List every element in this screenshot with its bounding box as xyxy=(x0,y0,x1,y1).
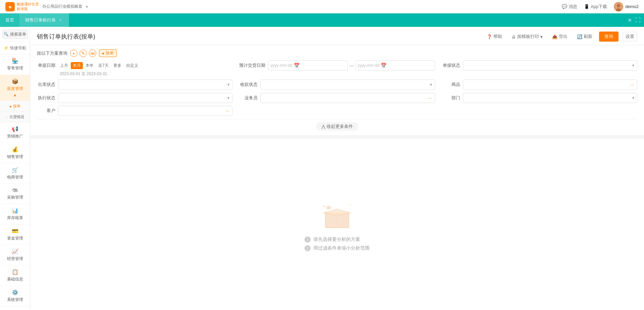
product-more-icon[interactable]: ··· xyxy=(630,82,634,87)
export-btn[interactable]: 📤 导出 xyxy=(549,32,570,41)
sidebar-item-finance[interactable]: 💳 资金管理 xyxy=(0,224,30,245)
filter-grid: 单据日期 上月 本月 本年 近7天 更多 自定义 预计交货日期 xyxy=(37,60,637,70)
empty-tips: 1 请先选择要分析的方案 2 用过滤条件来缩小分析范围 xyxy=(305,237,370,251)
add-scheme-btn[interactable]: + xyxy=(70,50,77,57)
header-left: 畅 畅捷通好生意 标准版 办公用品行业模拟账套 ▾ xyxy=(5,2,88,11)
status-label: 单据状态 xyxy=(442,62,460,68)
sidebar-item-operation[interactable]: 📈 经营管理 xyxy=(0,245,30,265)
tab-home[interactable]: 首页 xyxy=(0,13,20,27)
sidebar-sub-order-label: 按单 xyxy=(13,104,20,109)
period-custom[interactable]: 自定义 xyxy=(124,62,140,69)
active-scheme-item[interactable]: ● 按单 xyxy=(99,49,117,57)
tab-sales-order-label: 销售订单执行表 xyxy=(25,17,56,23)
salesperson-input[interactable]: ··· xyxy=(260,93,435,103)
customer-label: 客户 xyxy=(37,108,55,114)
sidebar-quick-nav-btn[interactable]: ⚡ 快捷导航 xyxy=(2,43,28,53)
sidebar-item-wholesale[interactable]: 📦 批发管理 ▲ xyxy=(0,75,30,101)
sidebar-search-label: 搜索菜单 xyxy=(10,32,26,37)
sidebar-item-marketing[interactable]: 📢 营销推广 xyxy=(0,122,30,143)
sidebar-item-sales[interactable]: 💰 销售管理 xyxy=(0,143,30,163)
query-btn[interactable]: 查询 xyxy=(599,32,619,42)
app-download-nav[interactable]: 📱 App下载 xyxy=(584,4,607,10)
status-select[interactable]: ▾ xyxy=(463,60,637,70)
settings-btn[interactable]: 设置 xyxy=(623,32,637,41)
filter-collapse-btn[interactable]: ⋀ 收起更多条件 xyxy=(316,122,358,131)
collapse-icon: ▲ xyxy=(13,93,17,97)
content-area: 销售订单执行表(按单) ❓ 帮助 🖨 按模板打印 ▾ 📤 导出 🔄 刷新 xyxy=(30,27,644,310)
settings-label: 设置 xyxy=(626,34,634,40)
tab-sales-order[interactable]: 销售订单执行表 × xyxy=(20,13,69,27)
sidebar-item-purchase[interactable]: 🛍 采购管理 xyxy=(0,184,30,204)
sidebar-item-system[interactable]: ⚙️ 系统管理 xyxy=(0,286,30,306)
sidebar-item-marketing-label: 营销推广 xyxy=(7,134,23,139)
exec-status-select[interactable]: ▾ xyxy=(58,93,232,103)
ecommerce-icon: 🛒 xyxy=(12,167,18,173)
customer-filter-row: 客户 ··· xyxy=(37,106,232,116)
period-last-month[interactable]: 上月 xyxy=(58,62,70,69)
help-btn[interactable]: ❓ 帮助 xyxy=(484,32,505,41)
sidebar-item-ecommerce[interactable]: 🛒 电商管理 xyxy=(0,163,30,184)
payment-status-select[interactable]: ▾ xyxy=(260,80,435,90)
tab-close-all-btn[interactable]: ✕ xyxy=(628,17,632,23)
product-filter-row: 商品 ··· xyxy=(442,80,637,90)
empty-tip-1: 1 请先选择要分析的方案 xyxy=(305,237,370,243)
quick-nav-icon: ⚡ xyxy=(4,46,9,50)
filter-grid-4: 客户 ··· xyxy=(37,106,637,116)
status-filter-row: 单据状态 ▾ xyxy=(442,60,637,70)
user-area[interactable]: demo2 xyxy=(614,2,639,11)
sidebar-item-finance-label: 资金管理 xyxy=(7,236,23,241)
svg-point-3 xyxy=(617,4,620,7)
breadcrumb-dropdown-icon[interactable]: ▾ xyxy=(86,4,88,9)
salesperson-more-icon[interactable]: ··· xyxy=(428,95,432,101)
filter-scheme-actions: + ✎ ≪ xyxy=(70,50,96,57)
message-nav[interactable]: 💬 消息 xyxy=(562,4,577,10)
tab-close-icon[interactable]: × xyxy=(58,17,63,23)
sidebar-sub-order[interactable]: ● 按单 xyxy=(0,101,30,112)
tab-expand-btn[interactable]: ⛶ xyxy=(635,17,641,23)
period-7days[interactable]: 近7天 xyxy=(96,62,111,69)
export-icon: 📤 xyxy=(552,34,557,39)
customer-more-icon[interactable]: ··· xyxy=(226,108,230,113)
date-range-hint: 2023-03-01 至 2023-03-31 xyxy=(60,71,107,76)
expected-date-start[interactable]: yyyy-mm-dd 📅 xyxy=(268,60,348,70)
print-dropdown-icon: ▾ xyxy=(540,34,543,39)
product-input[interactable]: ··· xyxy=(463,80,637,90)
period-this-month[interactable]: 本月 xyxy=(71,62,83,69)
calendar-end-icon[interactable]: 📅 xyxy=(381,63,386,68)
logo-text: 畅捷通好生意 标准版 xyxy=(17,2,39,11)
refresh-label: 刷新 xyxy=(584,34,592,40)
sidebar-item-basic[interactable]: 📋 基础信息 xyxy=(0,265,30,286)
period-more[interactable]: 更多 xyxy=(111,62,123,69)
refresh-btn[interactable]: 🔄 刷新 xyxy=(574,32,595,41)
status-dropdown-icon: ▾ xyxy=(632,63,634,68)
sidebar-item-inventory[interactable]: 📊 库存核算 xyxy=(0,204,30,224)
logo-area[interactable]: 畅 畅捷通好生意 标准版 xyxy=(5,2,39,11)
sidebar-item-retail[interactable]: 🏪 零售管理 xyxy=(0,54,30,75)
sidebar-item-enterprise[interactable]: 🤝 企业协同 xyxy=(0,306,30,310)
period-this-year[interactable]: 本年 xyxy=(84,62,96,69)
purchase-icon: 🛍 xyxy=(12,187,18,193)
ship-status-filter-row: 出库状态 ▾ xyxy=(37,80,232,90)
date-period-tabs: 上月 本月 本年 近7天 更多 自定义 xyxy=(58,62,140,69)
sidebar-search-btn[interactable]: 🔍 搜索菜单 xyxy=(2,30,28,39)
department-select[interactable]: ▾ xyxy=(463,93,637,103)
breadcrumb: 办公用品行业模拟账套 xyxy=(42,4,83,9)
collapse-scheme-btn[interactable]: ≪ xyxy=(89,50,96,57)
print-btn[interactable]: 🖨 按模板打印 ▾ xyxy=(509,32,545,41)
ship-status-select[interactable]: ▾ xyxy=(58,80,232,90)
sidebar-item-operation-label: 经营管理 xyxy=(7,256,23,262)
filter-collapse-label: 收起更多条件 xyxy=(327,123,353,130)
customer-input[interactable]: ··· xyxy=(58,106,232,116)
expected-date-end[interactable]: yyyy-mm-dd 📅 xyxy=(355,60,435,70)
tab-bar: 首页 销售订单执行表 × ✕ ⛶ xyxy=(0,13,644,27)
edit-scheme-btn[interactable]: ✎ xyxy=(79,50,87,57)
calendar-start-icon[interactable]: 📅 xyxy=(294,63,300,68)
sidebar-sub-debt[interactable]: ○ 欠货情况 xyxy=(0,112,30,122)
app-download-label: App下载 xyxy=(591,4,607,10)
operation-icon: 📈 xyxy=(12,248,18,255)
order-dot-icon: ● xyxy=(9,104,12,108)
page-actions: ❓ 帮助 🖨 按模板打印 ▾ 📤 导出 🔄 刷新 查询 xyxy=(484,32,637,42)
data-area: ✦ ✦ ✦ ¥ 1 请先选择要分析的方案 2 用过滤条件来缩小分析范围 xyxy=(30,139,644,310)
svg-text:✦: ✦ xyxy=(349,203,352,207)
tip-number-1: 1 xyxy=(305,237,311,243)
